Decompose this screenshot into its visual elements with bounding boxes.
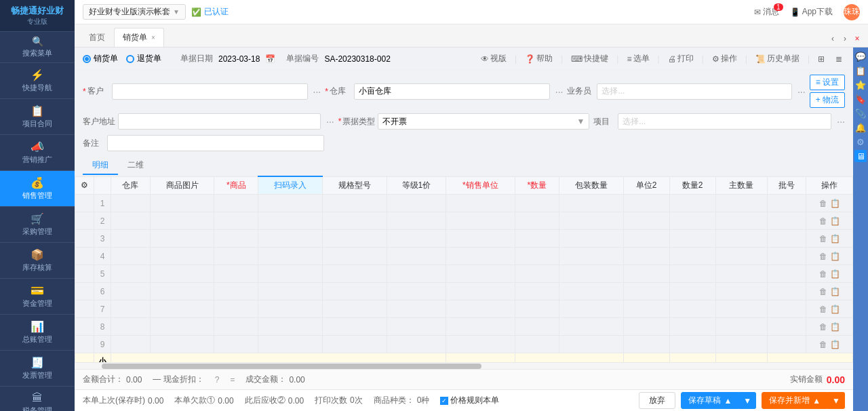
price-rule-checkbox[interactable]: ✓ <box>440 397 448 405</box>
logistics-btn[interactable]: + 物流 <box>810 92 845 108</box>
row-delete-btn[interactable]: 🗑 <box>819 340 827 349</box>
row-packqty[interactable] <box>559 283 623 300</box>
row-copy-btn[interactable]: 📋 <box>830 322 840 332</box>
row-mainqty[interactable] <box>715 248 767 265</box>
row-price[interactable] <box>387 195 446 212</box>
row-qty[interactable] <box>515 248 559 265</box>
row-qty2[interactable] <box>669 336 715 353</box>
row-packqty[interactable] <box>559 336 623 353</box>
row-scan[interactable] <box>258 300 323 318</box>
row-batch[interactable] <box>767 195 806 212</box>
row-copy-btn[interactable]: 📋 <box>830 199 840 208</box>
row-scan[interactable] <box>258 248 323 265</box>
row-qty[interactable] <box>515 318 559 336</box>
row-price[interactable] <box>387 300 446 318</box>
row-scan[interactable] <box>258 212 323 230</box>
row-mainqty[interactable] <box>715 300 767 318</box>
row-batch[interactable] <box>767 336 806 353</box>
shortcut-btn[interactable]: ⌨ 快捷键 <box>568 52 611 66</box>
radio-return[interactable]: 退货单 <box>126 53 161 64</box>
inner-tab-detail[interactable]: 明细 <box>83 157 118 175</box>
help-btn-summary[interactable]: ? <box>215 375 220 385</box>
row-price[interactable] <box>387 318 446 336</box>
row-price[interactable] <box>387 230 446 248</box>
row-image[interactable] <box>150 300 214 318</box>
row-image[interactable] <box>150 265 214 283</box>
help-btn[interactable]: ❓ 帮助 <box>522 52 555 66</box>
right-icon-3[interactable]: ⭐ <box>854 79 867 91</box>
row-unit[interactable] <box>446 283 515 300</box>
row-qty[interactable] <box>515 300 559 318</box>
win-next-btn[interactable]: › <box>840 33 850 44</box>
warehouse-dots-btn[interactable]: ··· <box>555 86 564 97</box>
row-copy-btn[interactable]: 📋 <box>830 252 840 261</box>
row-copy-btn[interactable]: 📋 <box>830 216 840 226</box>
row-packqty[interactable] <box>559 195 623 212</box>
row-packqty[interactable] <box>559 248 623 265</box>
sidebar-item-marketing[interactable]: 📣 营销推广 <box>0 135 75 171</box>
row-goods[interactable] <box>214 336 258 353</box>
row-scan[interactable] <box>258 336 323 353</box>
row-goods[interactable] <box>214 212 258 230</box>
row-mainqty[interactable] <box>715 212 767 230</box>
row-unit[interactable] <box>446 318 515 336</box>
row-mainqty[interactable] <box>715 195 767 212</box>
staff-dots-btn[interactable]: ··· <box>797 86 806 97</box>
row-delete-btn[interactable]: 🗑 <box>819 234 827 243</box>
horizontal-scrollbar[interactable] <box>75 362 853 369</box>
row-goods[interactable] <box>214 248 258 265</box>
right-icon-7[interactable]: ⚙ <box>854 136 867 148</box>
row-qty2[interactable] <box>669 248 715 265</box>
price-rule-checkbox-item[interactable]: ✓ 价格规则本单 <box>440 395 499 406</box>
row-scan[interactable] <box>258 283 323 300</box>
history-btn[interactable]: 📜 历史单据 <box>753 52 802 66</box>
row-unit[interactable] <box>446 336 515 353</box>
table-view-btn[interactable]: ⊞ <box>815 53 827 65</box>
list-view-btn[interactable]: ≣ <box>833 53 845 65</box>
row-price[interactable] <box>387 248 446 265</box>
row-unit2[interactable] <box>623 265 669 283</box>
row-qty2[interactable] <box>669 265 715 283</box>
row-unit2[interactable] <box>623 300 669 318</box>
row-warehouse[interactable] <box>111 248 151 265</box>
row-image[interactable] <box>150 318 214 336</box>
row-spec[interactable] <box>323 265 387 283</box>
right-icon-8[interactable]: 🖥 <box>854 150 867 162</box>
row-delete-btn[interactable]: 🗑 <box>819 269 827 279</box>
row-qty[interactable] <box>515 336 559 353</box>
right-icon-4[interactable]: 🔖 <box>854 93 867 105</box>
row-goods[interactable] <box>214 300 258 318</box>
row-qty[interactable] <box>515 230 559 248</box>
row-mainqty[interactable] <box>715 318 767 336</box>
right-icon-1[interactable]: 💬 <box>854 50 867 62</box>
tab-home[interactable]: 首页 <box>80 28 114 47</box>
sidebar-item-invoice[interactable]: 🧾 发票管理 <box>0 351 75 387</box>
row-packqty[interactable] <box>559 212 623 230</box>
row-unit[interactable] <box>446 230 515 248</box>
row-price[interactable] <box>387 212 446 230</box>
row-qty[interactable] <box>515 195 559 212</box>
row-unit2[interactable] <box>623 195 669 212</box>
row-qty[interactable] <box>515 283 559 300</box>
row-spec[interactable] <box>323 300 387 318</box>
row-qty[interactable] <box>515 212 559 230</box>
row-price[interactable] <box>387 265 446 283</box>
row-qty2[interactable] <box>669 212 715 230</box>
row-warehouse[interactable] <box>111 318 151 336</box>
right-icon-6[interactable]: 🔔 <box>854 121 867 134</box>
row-qty2[interactable] <box>669 318 715 336</box>
tab-sales-order[interactable]: 销货单 × <box>114 28 164 47</box>
row-unit2[interactable] <box>623 248 669 265</box>
row-mainqty[interactable] <box>715 336 767 353</box>
row-warehouse[interactable] <box>111 195 151 212</box>
row-batch[interactable] <box>767 230 806 248</box>
row-mainqty[interactable] <box>715 265 767 283</box>
row-delete-btn[interactable]: 🗑 <box>819 252 827 261</box>
warehouse-input[interactable]: 小亩仓库 <box>354 83 550 100</box>
row-unit2[interactable] <box>623 212 669 230</box>
row-unit[interactable] <box>446 248 515 265</box>
row-mainqty[interactable] <box>715 230 767 248</box>
row-spec[interactable] <box>323 283 387 300</box>
row-batch[interactable] <box>767 318 806 336</box>
address-dots-btn[interactable]: ··· <box>326 116 334 127</box>
